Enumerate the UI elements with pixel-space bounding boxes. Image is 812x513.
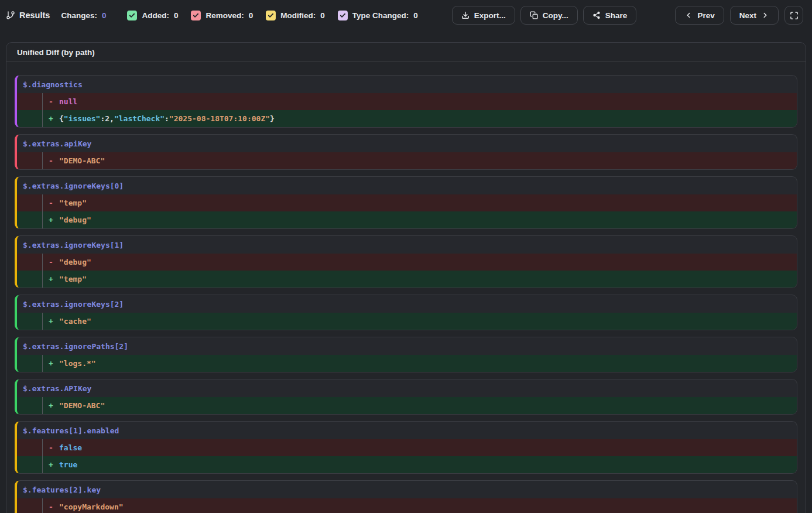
checkmark-icon (268, 12, 274, 19)
json-path: $.extras.ignoreKeys[1] (23, 241, 124, 249)
diff-entry-modified: $.features[1].enabled -false+true (15, 421, 797, 474)
chevron-left-icon (684, 11, 693, 19)
copy-label: Copy... (543, 11, 568, 20)
filter-removed[interactable]: Removed: 0 (191, 11, 253, 20)
action-buttons: Export... Copy... Share (452, 6, 637, 25)
row-value: "debug" (59, 216, 91, 224)
type-changed-count: 0 (413, 11, 418, 20)
type-changed-checkbox[interactable] (338, 11, 348, 20)
removed-count: 0 (249, 11, 253, 20)
share-button[interactable]: Share (583, 6, 637, 25)
json-path: $.features[2].key (23, 485, 101, 494)
row-value: "temp" (59, 199, 87, 207)
prev-button[interactable]: Prev (675, 6, 724, 25)
row-gutter (17, 93, 43, 110)
json-path: $.extras.ignorePaths[2] (23, 342, 128, 351)
json-path: $.extras.APIKey (23, 384, 91, 393)
row-value: "temp" (59, 275, 87, 283)
row-value: false (59, 443, 82, 452)
fullscreen-button[interactable] (784, 6, 803, 25)
row-gutter (17, 254, 43, 271)
diff-entry-removed: $.extras.apiKey -"DEMO-ABC" (15, 134, 797, 170)
minus-sign: - (47, 156, 55, 165)
changes-label: Changes: (61, 11, 97, 20)
maximize-icon (790, 11, 799, 20)
json-path: $.features[1].enabled (23, 426, 119, 435)
checkmark-icon (340, 12, 346, 19)
diff-entry-added: $.extras.ignorePaths[2] +"logs.*" (15, 337, 797, 372)
modified-checkbox[interactable] (266, 11, 276, 20)
next-button[interactable]: Next (730, 6, 779, 25)
diff-entry-list: $.diagnostics -null+{"issues":2,"lastChe… (6, 62, 806, 513)
diff-entry-header: $.features[1].enabled (17, 422, 797, 439)
minus-sign: - (47, 199, 55, 207)
panel-title: Unified Diff (by path) (17, 48, 95, 57)
diff-row-added: +"cache" (17, 313, 797, 330)
chevron-right-icon (761, 11, 769, 19)
json-path: $.extras.apiKey (23, 139, 91, 148)
prev-label: Prev (697, 11, 714, 20)
download-icon (461, 11, 470, 19)
row-value: "cache" (59, 317, 91, 326)
row-gutter (17, 439, 43, 456)
copy-button[interactable]: Copy... (520, 6, 578, 25)
added-checkbox[interactable] (127, 11, 137, 20)
diff-entry-header: $.extras.APIKey (17, 379, 797, 397)
modified-label: Modified: (280, 11, 316, 20)
row-gutter (17, 498, 43, 513)
filter-modified[interactable]: Modified: 0 (266, 11, 325, 20)
row-value: "DEMO-ABC" (59, 401, 105, 410)
type-changed-label: Type Changed: (352, 11, 409, 20)
unified-diff-panel: Unified Diff (by path) $.diagnostics -nu… (6, 42, 806, 513)
json-path: $.diagnostics (23, 80, 83, 89)
diff-entry-modified: $.extras.ignoreKeys[0] -"temp"+"debug" (15, 176, 797, 229)
row-value: "debug" (59, 258, 91, 266)
row-value: true (59, 460, 77, 469)
diff-row-added: +"logs.*" (17, 355, 797, 372)
diff-row-removed: -"temp" (17, 194, 797, 211)
diff-entry-header: $.extras.ignorePaths[2] (17, 337, 797, 355)
diff-entry-header: $.extras.apiKey (17, 135, 797, 152)
removed-checkbox[interactable] (191, 11, 201, 20)
copy-icon (530, 11, 538, 19)
row-value: "DEMO-ABC" (59, 156, 105, 165)
filter-type-changed[interactable]: Type Changed: 0 (338, 11, 418, 20)
diff-row-removed: -"copyMarkdown" (17, 498, 797, 513)
minus-sign: - (47, 97, 55, 106)
row-gutter (17, 355, 43, 372)
pager-buttons: Prev Next (675, 6, 803, 25)
modified-count: 0 (320, 11, 325, 20)
row-gutter (17, 110, 43, 127)
json-path: $.extras.ignoreKeys[0] (23, 182, 124, 190)
plus-sign: + (47, 317, 55, 326)
row-gutter (17, 194, 43, 211)
changes-stat: Changes: 0 (61, 11, 106, 20)
row-gutter (17, 313, 43, 330)
diff-entry-header: $.extras.ignoreKeys[2] (17, 295, 797, 313)
results-label: Results (19, 11, 50, 20)
checkmark-icon (129, 12, 135, 19)
row-value: null (59, 97, 77, 106)
top-toolbar: Results Changes: 0 Added: 0 Removed: 0 M… (0, 0, 812, 30)
diff-entry-added: $.extras.APIKey +"DEMO-ABC" (15, 379, 797, 415)
diff-entry-header: $.features[2].key (17, 481, 797, 498)
changes-count: 0 (102, 11, 107, 20)
export-label: Export... (474, 11, 506, 20)
row-value: "logs.*" (59, 359, 96, 368)
checkmark-icon (193, 12, 199, 19)
diff-row-removed: -false (17, 439, 797, 456)
diff-entry-header: $.extras.ignoreKeys[0] (17, 177, 797, 194)
git-branch-icon (6, 11, 15, 20)
diff-row-removed: -"DEMO-ABC" (17, 152, 797, 169)
next-label: Next (739, 11, 756, 20)
diff-entry-header: $.diagnostics (17, 76, 797, 93)
row-gutter (17, 152, 43, 169)
diff-entry-modified: $.extras.ignoreKeys[1] -"debug"+"temp" (15, 235, 797, 288)
diff-row-added: +"DEMO-ABC" (17, 397, 797, 414)
export-button[interactable]: Export... (452, 6, 515, 25)
added-count: 0 (174, 11, 179, 20)
share-label: Share (605, 11, 628, 20)
diff-row-removed: -"debug" (17, 254, 797, 271)
filter-added[interactable]: Added: 0 (127, 11, 178, 20)
plus-sign: + (47, 275, 55, 283)
